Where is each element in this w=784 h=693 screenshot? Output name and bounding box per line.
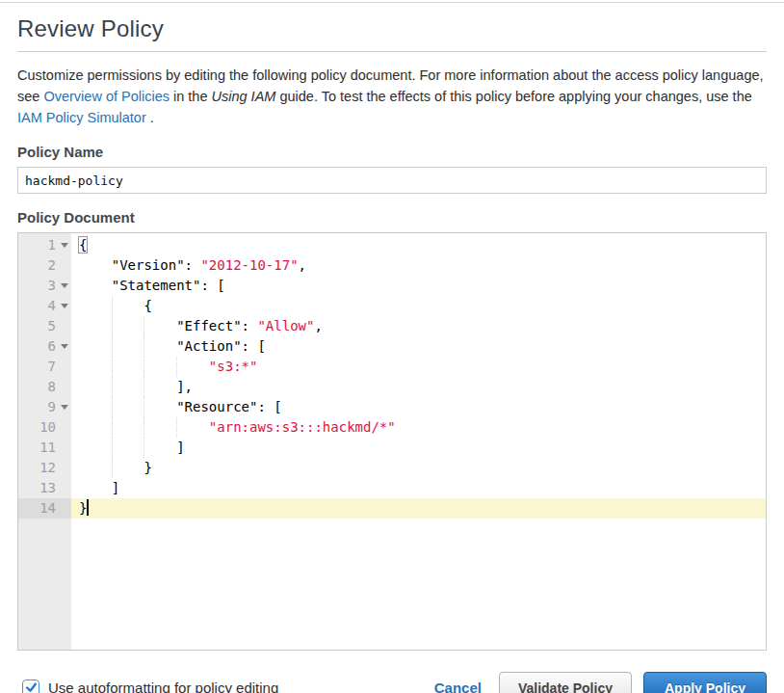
code-line[interactable]: "Statement": [ bbox=[71, 276, 766, 296]
checkmark-icon bbox=[25, 681, 38, 693]
review-policy-page: Review Policy Customize permissions by e… bbox=[0, 15, 784, 693]
code-line[interactable]: "arn:aws:s3:::hackmd/*" bbox=[71, 417, 766, 438]
indent-guide bbox=[144, 397, 144, 417]
gutter-line-number: 12 bbox=[18, 458, 71, 478]
code-line[interactable]: "Action": [ bbox=[71, 336, 766, 357]
indent-guide bbox=[112, 458, 113, 478]
using-iam-guide-name: Using IAM bbox=[212, 89, 276, 104]
gutter-line-number: 3 bbox=[18, 276, 71, 296]
code-line[interactable]: { bbox=[71, 296, 766, 316]
apply-policy-button[interactable]: Apply Policy bbox=[643, 672, 767, 693]
code-line[interactable]: "Version": "2012-10-17", bbox=[71, 255, 766, 276]
overview-of-policies-link[interactable]: Overview of Policies bbox=[43, 89, 170, 104]
gutter-line-number: 2 bbox=[18, 255, 71, 276]
footer-actions: Cancel Validate Policy Apply Policy bbox=[434, 672, 767, 693]
top-divider bbox=[0, 2, 784, 3]
code-line[interactable]: ], bbox=[71, 377, 766, 397]
autoformat-checkbox-wrap[interactable]: Use autoformatting for policy editing bbox=[17, 680, 278, 693]
indent-guide bbox=[112, 417, 113, 438]
indent-guide bbox=[144, 316, 144, 336]
code-line[interactable]: ] bbox=[71, 478, 766, 498]
code-line[interactable]: "Resource": [ bbox=[71, 397, 766, 417]
intro-text-4: . bbox=[146, 110, 154, 125]
autoformat-checkbox-label[interactable]: Use autoformatting for policy editing bbox=[48, 680, 278, 693]
gutter-line-number: 10 bbox=[18, 417, 71, 438]
gutter-line-number: 14 bbox=[18, 498, 71, 519]
policy-name-input[interactable] bbox=[17, 167, 767, 194]
policy-name-label: Policy Name bbox=[17, 144, 767, 160]
indent-guide bbox=[112, 316, 113, 336]
gutter-line-number: 1 bbox=[18, 235, 71, 255]
page-title: Review Policy bbox=[17, 15, 767, 42]
gutter-line-number: 4 bbox=[18, 296, 71, 316]
code-line[interactable]: } bbox=[71, 498, 766, 519]
indent-guide bbox=[176, 417, 177, 438]
indent-guide bbox=[112, 357, 113, 377]
fold-arrow-icon[interactable] bbox=[61, 283, 68, 288]
policy-document-label: Policy Document bbox=[17, 209, 767, 226]
indent-guide bbox=[112, 296, 113, 316]
indent-guide bbox=[112, 438, 113, 458]
gutter-line-number: 5 bbox=[18, 316, 71, 336]
text-cursor bbox=[87, 499, 89, 516]
policy-document-editor[interactable]: 1234567891011121314 { "Version": "2012-1… bbox=[17, 232, 767, 651]
indent-guide bbox=[176, 357, 177, 377]
gutter-line-number: 8 bbox=[18, 377, 71, 397]
title-divider bbox=[17, 51, 767, 52]
code-line[interactable]: } bbox=[71, 458, 766, 478]
footer-bar: Use autoformatting for policy editing Ca… bbox=[17, 672, 767, 693]
indent-guide bbox=[144, 377, 144, 397]
autoformat-checkbox[interactable] bbox=[22, 680, 39, 693]
iam-policy-simulator-link[interactable]: IAM Policy Simulator bbox=[17, 110, 146, 125]
indent-guide bbox=[144, 438, 144, 458]
validate-policy-button[interactable]: Validate Policy bbox=[499, 672, 632, 693]
intro-text-2: in the bbox=[170, 89, 212, 104]
code-line[interactable]: { bbox=[71, 235, 766, 255]
fold-arrow-icon[interactable] bbox=[61, 344, 68, 349]
indent-guide bbox=[112, 336, 113, 357]
intro-paragraph: Customize permissions by editing the fol… bbox=[17, 65, 767, 128]
indent-guide bbox=[112, 377, 113, 397]
gutter-line-number: 7 bbox=[18, 357, 71, 377]
indent-guide bbox=[144, 417, 144, 438]
intro-text-3: guide. To test the effects of this polic… bbox=[275, 89, 751, 104]
editor-gutter: 1234567891011121314 bbox=[18, 233, 71, 650]
cancel-link[interactable]: Cancel bbox=[434, 680, 482, 693]
code-line[interactable]: "s3:*" bbox=[71, 357, 766, 377]
fold-arrow-icon[interactable] bbox=[61, 243, 68, 248]
code-line[interactable]: ] bbox=[71, 438, 766, 458]
indent-guide bbox=[112, 397, 113, 417]
gutter-line-number: 11 bbox=[18, 438, 71, 458]
gutter-line-number: 6 bbox=[18, 336, 71, 357]
fold-arrow-icon[interactable] bbox=[61, 304, 68, 308]
editor-code[interactable]: { "Version": "2012-10-17", "Statement": … bbox=[71, 233, 766, 650]
gutter-line-number: 9 bbox=[18, 397, 71, 417]
indent-guide bbox=[144, 336, 144, 357]
fold-arrow-icon[interactable] bbox=[61, 405, 68, 410]
code-line[interactable]: "Effect": "Allow", bbox=[71, 316, 766, 336]
indent-guide bbox=[144, 357, 144, 377]
gutter-line-number: 13 bbox=[18, 478, 71, 498]
